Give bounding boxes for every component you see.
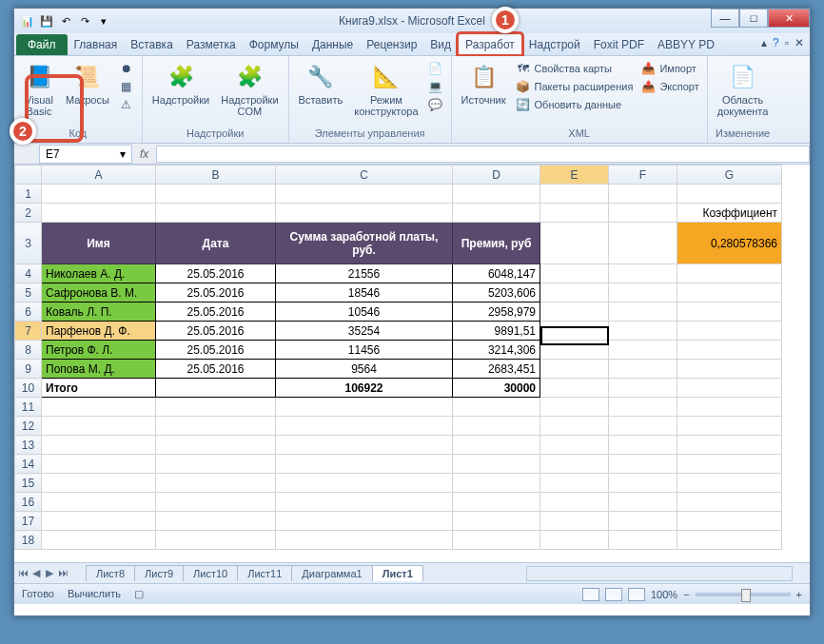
restore-window-icon[interactable]: ▫ [785, 36, 789, 49]
date-cell[interactable]: 25.05.2016 [156, 302, 276, 322]
refresh-data-button[interactable]: 🔄Обновить данные [514, 96, 636, 113]
tab-file[interactable]: Файл [16, 34, 68, 55]
zoom-slider[interactable] [696, 593, 791, 596]
sheet-nav-next-icon[interactable]: ▶ [43, 567, 56, 579]
macro-record-status-icon[interactable]: ▢ [134, 588, 144, 600]
use-relative-button[interactable]: ▦ [117, 78, 136, 95]
row-11[interactable]: 11 [15, 398, 42, 417]
row-12[interactable]: 12 [15, 417, 42, 436]
row-5[interactable]: 5 [15, 283, 42, 302]
tab-addins[interactable]: Надстрой [522, 34, 587, 55]
horizontal-scrollbar[interactable] [526, 566, 793, 581]
document-panel-button[interactable]: 📄Область документа [714, 60, 773, 119]
sheet-tab[interactable]: Лист1 [372, 565, 423, 581]
name-cell[interactable]: Петров Ф. Л. [42, 341, 156, 360]
bonus-cell[interactable]: 5203,606 [453, 283, 540, 302]
bonus-cell[interactable]: 2683,451 [453, 360, 540, 379]
row-7[interactable]: 7 [15, 322, 42, 341]
visual-basic-button[interactable]: 📘 Visual Basic [20, 60, 58, 119]
sum-cell[interactable]: 18546 [276, 283, 453, 302]
date-cell[interactable]: 25.05.2016 [156, 360, 276, 379]
col-E[interactable]: E [540, 166, 609, 185]
close-button[interactable]: ✕ [768, 9, 810, 28]
col-B[interactable]: B [156, 166, 276, 185]
tab-insert[interactable]: Вставка [124, 34, 180, 55]
row-16[interactable]: 16 [15, 493, 42, 512]
zoom-in-button[interactable]: + [796, 589, 802, 600]
name-cell[interactable]: Сафронова В. М. [42, 283, 156, 302]
minimize-button[interactable]: — [711, 9, 739, 28]
tab-view[interactable]: Вид [423, 34, 458, 55]
sum-cell[interactable]: 9564 [276, 360, 453, 379]
page-break-view-button[interactable] [628, 588, 645, 601]
sheet-tab[interactable]: Лист9 [134, 565, 184, 581]
sheet-nav-first-icon[interactable]: ⏮ [16, 567, 29, 579]
view-code-button[interactable]: 💻 [426, 78, 445, 95]
tab-home[interactable]: Главная [68, 34, 125, 55]
hdr-date[interactable]: Дата [156, 223, 276, 264]
map-properties-button[interactable]: 🗺Свойства карты [514, 60, 636, 77]
row-14[interactable]: 14 [15, 455, 42, 474]
record-macro-button[interactable]: ⏺ [117, 60, 136, 77]
row-10[interactable]: 10 [15, 379, 42, 398]
bonus-cell[interactable]: 3214,306 [453, 341, 540, 360]
date-cell[interactable]: 25.05.2016 [156, 283, 276, 302]
help-icon[interactable]: ? [773, 36, 779, 49]
row-9[interactable]: 9 [15, 360, 42, 379]
sum-cell[interactable]: 35254 [276, 322, 453, 341]
col-F[interactable]: F [609, 166, 677, 185]
row-1[interactable]: 1 [15, 185, 42, 204]
hdr-name[interactable]: Имя [42, 223, 156, 264]
sheet-nav-last-icon[interactable]: ⏭ [56, 567, 69, 579]
insert-control-button[interactable]: 🔧Вставить [295, 60, 347, 107]
properties-button[interactable]: 📄 [426, 60, 445, 77]
sheet-tab[interactable]: Лист11 [237, 565, 292, 581]
koef-label-cell[interactable]: Коэффициент [677, 204, 782, 223]
col-D[interactable]: D [453, 166, 540, 185]
hdr-bonus[interactable]: Премия, руб [453, 223, 540, 264]
name-cell[interactable]: Попова М. Д. [42, 360, 156, 379]
tab-abbyy[interactable]: ABBYY PD [651, 34, 721, 55]
design-mode-button[interactable]: 📐Режим конструктора [350, 60, 422, 119]
name-box[interactable]: E7 ▾ [39, 145, 132, 164]
tab-review[interactable]: Рецензир [360, 34, 423, 55]
bonus-cell[interactable]: 9891,51 [453, 322, 540, 341]
col-A[interactable]: A [42, 166, 156, 185]
row-8[interactable]: 8 [15, 341, 42, 360]
run-dialog-button[interactable]: 💬 [426, 96, 445, 113]
xml-source-button[interactable]: 📋Источник [458, 60, 510, 107]
tab-formulas[interactable]: Формулы [243, 34, 305, 55]
name-cell[interactable]: Николаев А. Д. [42, 264, 156, 283]
sheet-tab[interactable]: Лист8 [86, 565, 135, 581]
row-4[interactable]: 4 [15, 264, 42, 283]
save-icon[interactable]: 💾 [39, 13, 54, 29]
bonus-cell[interactable]: 2958,979 [453, 302, 540, 322]
row-18[interactable]: 18 [15, 531, 42, 550]
tab-data[interactable]: Данные [305, 34, 360, 55]
minimize-ribbon-icon[interactable]: ▴ [761, 36, 767, 49]
bonus-cell[interactable]: 6048,147 [453, 264, 540, 283]
tab-layout[interactable]: Разметка [180, 34, 243, 55]
select-all-corner[interactable] [15, 166, 42, 185]
worksheet-grid[interactable]: A B C D E F G 1 2Коэффициент 3 Имя Дата … [14, 165, 810, 562]
name-cell[interactable]: Коваль Л. П. [42, 302, 156, 322]
maximize-button[interactable]: □ [739, 9, 768, 28]
row-6[interactable]: 6 [15, 302, 42, 322]
row-2[interactable]: 2 [15, 204, 42, 223]
name-box-dropdown-icon[interactable]: ▾ [120, 147, 126, 161]
formula-input[interactable] [156, 146, 810, 163]
tab-foxit[interactable]: Foxit PDF [587, 34, 651, 55]
zoom-out-button[interactable]: − [683, 589, 689, 600]
total-bonus[interactable]: 30000 [453, 379, 540, 398]
fx-button[interactable]: fx [132, 147, 156, 161]
hdr-sum[interactable]: Сумма заработной платы, руб. [276, 223, 453, 264]
com-addins-button[interactable]: 🧩Надстройки COM [217, 60, 282, 119]
macros-button[interactable]: 📜 Макросы [62, 60, 113, 107]
import-button[interactable]: 📥Импорт [638, 60, 700, 77]
sum-cell[interactable]: 10546 [276, 302, 453, 322]
row-13[interactable]: 13 [15, 436, 42, 455]
date-cell[interactable]: 25.05.2016 [156, 264, 276, 283]
sheet-tab[interactable]: Диаграмма1 [291, 565, 372, 581]
sum-cell[interactable]: 21556 [276, 264, 453, 283]
normal-view-button[interactable] [582, 588, 599, 601]
